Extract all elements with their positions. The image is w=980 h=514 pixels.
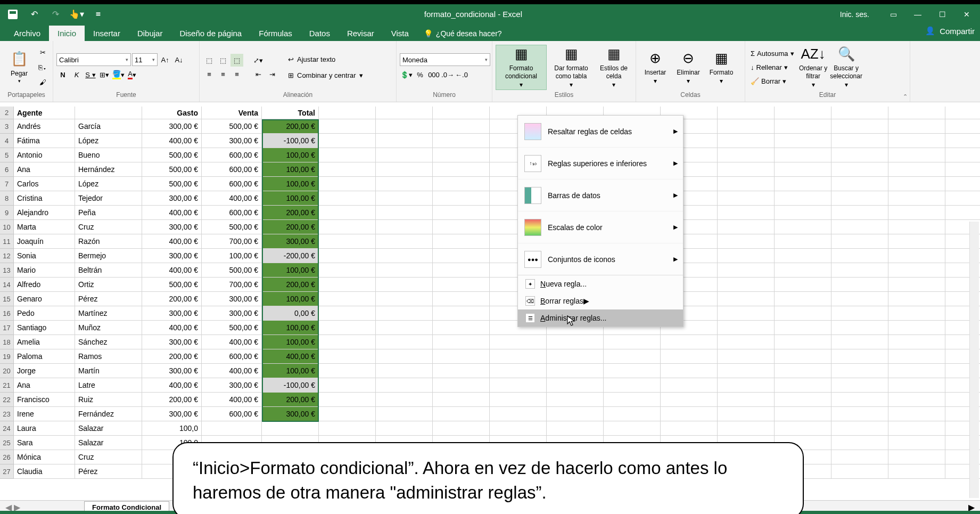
login-link[interactable]: Inic. ses. [840, 10, 869, 19]
empty-cell[interactable] [433, 278, 490, 292]
empty-cell[interactable] [376, 249, 433, 263]
cf-highlight-cells[interactable]: Resaltar reglas de celdas▶ [518, 116, 683, 148]
align-top-icon[interactable]: ⬚ [203, 54, 216, 67]
empty-cell[interactable] [775, 278, 831, 292]
empty-cell[interactable] [376, 206, 433, 220]
empty-cell[interactable] [319, 292, 376, 306]
cell[interactable]: Bermejo [75, 249, 142, 263]
cell[interactable]: Fátima [14, 134, 75, 148]
cell[interactable]: Andrés [14, 119, 75, 134]
row-header[interactable]: 12 [0, 249, 14, 263]
empty-cell[interactable] [376, 321, 433, 335]
empty-cell[interactable] [718, 321, 775, 335]
cell[interactable]: 500,00 € [202, 263, 262, 278]
empty-cell[interactable] [888, 364, 945, 378]
empty-cell[interactable] [319, 249, 376, 263]
cell[interactable]: 0,00 € [262, 306, 319, 321]
cell[interactable]: 400,00 € [142, 234, 202, 249]
empty-cell[interactable] [718, 306, 775, 321]
empty-cell[interactable] [433, 421, 490, 436]
empty-cell[interactable] [775, 421, 831, 436]
customize-qat-icon[interactable]: 〓 [89, 7, 106, 22]
bold-button[interactable]: N [56, 68, 69, 81]
empty-cell[interactable] [888, 464, 945, 479]
cell[interactable]: 400,00 € [262, 349, 319, 364]
cell[interactable]: 300,00 € [202, 378, 262, 393]
empty-cell[interactable] [319, 148, 376, 162]
empty-cell[interactable] [718, 206, 775, 220]
empty-cell[interactable] [888, 134, 945, 148]
cell[interactable] [262, 421, 319, 436]
empty-cell[interactable] [718, 393, 775, 407]
empty-cell[interactable] [661, 407, 718, 421]
empty-cell[interactable] [319, 278, 376, 292]
row-header[interactable]: 15 [0, 292, 14, 306]
cell[interactable]: 400,00 € [202, 191, 262, 206]
empty-cell[interactable] [433, 134, 490, 148]
empty-cell[interactable] [718, 349, 775, 364]
cell[interactable]: Pérez [75, 464, 142, 479]
empty-cell[interactable] [775, 407, 831, 421]
empty-cell[interactable] [661, 335, 718, 349]
cell[interactable]: 100,00 € [262, 191, 319, 206]
underline-button[interactable]: S ▾ [84, 68, 97, 81]
cell[interactable]: Laura [14, 421, 75, 436]
empty-cell[interactable] [319, 191, 376, 206]
row-header[interactable]: 20 [0, 364, 14, 378]
cell[interactable]: 200,00 € [262, 220, 319, 234]
empty-cell[interactable] [319, 364, 376, 378]
cell[interactable]: 300,00 € [202, 134, 262, 148]
format-as-table-button[interactable]: ▦ Dar formato como tabla ▾ [548, 45, 595, 90]
cell[interactable]: 600,00 € [202, 177, 262, 191]
accounting-format-icon[interactable]: 💲▾ [400, 68, 413, 81]
empty-cell[interactable] [775, 162, 831, 177]
cell[interactable]: Muñoz [75, 321, 142, 335]
empty-cell[interactable] [604, 421, 661, 436]
cell[interactable]: López [75, 134, 142, 148]
format-cells-button[interactable]: ▦ Formato ▾ [705, 45, 737, 90]
fill-button[interactable]: ↓Rellenar ▾ [748, 61, 796, 74]
empty-cell[interactable] [661, 393, 718, 407]
empty-cell[interactable] [888, 393, 945, 407]
empty-cell[interactable] [888, 450, 945, 464]
cell[interactable]: 400,00 € [202, 393, 262, 407]
empty-cell[interactable] [376, 119, 433, 134]
empty-cell[interactable] [831, 321, 888, 335]
cell[interactable]: Beltrán [75, 263, 142, 278]
cell[interactable]: López [75, 177, 142, 191]
empty-cell[interactable] [831, 393, 888, 407]
cell[interactable]: 600,00 € [202, 349, 262, 364]
tab-insertar[interactable]: Insertar [85, 26, 129, 41]
empty-cell[interactable] [831, 134, 888, 148]
empty-cell[interactable] [319, 421, 376, 436]
row-header[interactable]: 7 [0, 177, 14, 191]
cell[interactable]: Pérez [75, 292, 142, 306]
empty-cell[interactable] [319, 234, 376, 249]
align-left-icon[interactable]: ≡ [203, 68, 216, 80]
cell[interactable]: -100,00 € [262, 378, 319, 393]
row-header[interactable]: 2 [0, 107, 14, 119]
row-header[interactable]: 23 [0, 407, 14, 421]
cell[interactable]: 100,0 [142, 421, 202, 436]
cell[interactable]: Latre [75, 378, 142, 393]
empty-cell[interactable] [888, 407, 945, 421]
autosum-button[interactable]: ΣAutosuma ▾ [748, 47, 796, 60]
empty-cell[interactable] [433, 321, 490, 335]
cell[interactable]: 500,00 € [202, 220, 262, 234]
empty-cell[interactable] [433, 364, 490, 378]
cell[interactable]: 200,00 € [262, 119, 319, 134]
percent-icon[interactable]: % [414, 68, 426, 81]
delete-cells-button[interactable]: ⊖ Eliminar ▾ [672, 45, 704, 90]
empty-cell[interactable] [433, 220, 490, 234]
row-header[interactable]: 6 [0, 162, 14, 177]
cell[interactable]: Ruiz [75, 393, 142, 407]
empty-cell[interactable] [718, 292, 775, 306]
empty-cell[interactable] [888, 107, 945, 119]
empty-cell[interactable] [547, 393, 604, 407]
empty-cell[interactable] [888, 249, 945, 263]
empty-cell[interactable] [718, 119, 775, 134]
empty-cell[interactable] [433, 249, 490, 263]
grow-font-icon[interactable]: A↑ [159, 53, 171, 66]
empty-cell[interactable] [547, 407, 604, 421]
align-right-icon[interactable]: ≡ [230, 68, 243, 80]
